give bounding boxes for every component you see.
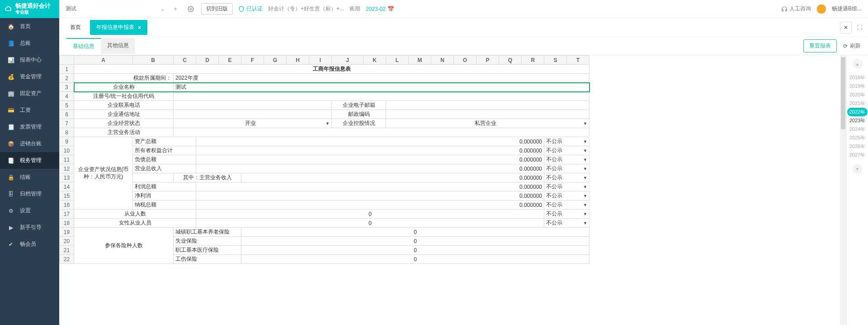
col-head[interactable]: I <box>309 56 332 65</box>
period-label: 账期 <box>349 5 360 13</box>
close-icon[interactable]: × <box>138 24 141 31</box>
user-name[interactable]: 畅捷通B组... <box>832 5 862 13</box>
tab-annual-report[interactable]: 年报信息申报表 × <box>90 20 147 35</box>
period-range-label: 税款所属期间： <box>74 74 174 83</box>
brand-edition: 专业版 <box>15 9 51 15</box>
vip-icon: ✔ <box>7 241 14 248</box>
topbar: 测试 ⌄ ＋ 切到旧版 已认证 好会计（专）+好生意（标）+... 账期 202… <box>59 0 868 18</box>
sidebar-item-archive[interactable]: 🗄归档管理 <box>0 186 59 202</box>
year-item[interactable]: 2018年 <box>847 73 868 82</box>
sidebar-item-tax[interactable]: 📑税务管理 <box>0 152 59 169</box>
col-head[interactable]: O <box>454 56 476 65</box>
col-head[interactable]: T <box>567 56 590 65</box>
insurance-group-label: 参保各险种人数 <box>74 228 174 264</box>
col-head[interactable]: R <box>522 56 544 65</box>
add-button[interactable]: ＋ <box>170 4 180 14</box>
row-number[interactable]: 1 <box>60 65 74 74</box>
shield-icon <box>238 6 245 12</box>
tab-home[interactable]: 首页 <box>64 20 87 35</box>
year-item[interactable]: 2026年 <box>847 142 868 151</box>
period-selector[interactable]: 2023-02 📅 <box>366 6 394 12</box>
sidebar-item-funds[interactable]: 💰资金管理 <box>0 68 59 85</box>
col-head[interactable]: G <box>264 56 287 65</box>
subtab-other[interactable]: 其他信息 <box>101 38 135 54</box>
col-head[interactable]: A <box>74 56 133 65</box>
col-head[interactable]: N <box>431 56 454 65</box>
sidebar-item-guide[interactable]: ▶新手引导 <box>0 219 59 236</box>
sidebar-item-label: 归档管理 <box>20 190 42 198</box>
col-head[interactable]: S <box>544 56 567 65</box>
sheet-title: 工商年报信息表 <box>74 65 590 74</box>
col-head[interactable]: J <box>332 56 363 65</box>
sidebar-item-chart[interactable]: 📊报表中心 <box>0 52 59 68</box>
year-item[interactable]: 2020年 <box>847 91 868 99</box>
sidebar-item-label: 设置 <box>20 207 31 215</box>
avatar[interactable] <box>816 4 826 14</box>
company-name-cell[interactable]: 测试 <box>174 83 590 92</box>
col-head[interactable]: E <box>219 56 241 65</box>
product-label: 好会计（专）+好生意（标）+... <box>268 5 344 13</box>
year-item[interactable]: 2025年 <box>847 134 868 142</box>
year-item[interactable]: 2019年 <box>847 82 868 91</box>
period-range-value: 2022年度 <box>174 74 590 83</box>
year-item[interactable]: 2024年 <box>847 125 868 134</box>
svg-point-0 <box>190 8 192 10</box>
sidebar: 畅捷通好会计 专业版 🏠首页📘总账📊报表中心💰资金管理🏢固定资产💳工资🧾发票管理… <box>0 0 59 325</box>
sidebar-item-asset[interactable]: 🏢固定资产 <box>0 85 59 102</box>
settings-icon[interactable] <box>186 4 196 14</box>
year-rail: ▲ 2018年2019年2020年2021年2022年2023年2024年202… <box>846 55 868 325</box>
year-item[interactable]: 2023年 <box>847 116 868 125</box>
sidebar-item-label: 税务管理 <box>20 157 42 164</box>
help-link[interactable]: 人工咨询 <box>781 5 811 13</box>
dropdown-icon: ▼ <box>583 121 587 126</box>
switch-old-button[interactable]: 切到旧版 <box>201 3 233 14</box>
sidebar-item-salary[interactable]: 💳工资 <box>0 102 59 119</box>
col-head[interactable]: L <box>386 56 409 65</box>
sidebar-item-stock[interactable]: 📦进销台账 <box>0 135 59 152</box>
sidebar-item-label: 发票管理 <box>20 123 42 131</box>
col-head[interactable]: K <box>363 56 386 65</box>
subtab-basic[interactable]: 基础信息 <box>66 38 101 54</box>
company-name: 测试 <box>66 5 76 13</box>
sidebar-item-vip[interactable]: ✔畅会员 <box>0 236 59 253</box>
chevron-down-icon[interactable]: ▼ <box>853 164 863 174</box>
scrollbar-thumb[interactable] <box>841 57 845 129</box>
year-item[interactable]: 2027年 <box>847 151 868 159</box>
refresh-button[interactable]: ⟳ 刷新 <box>843 42 861 50</box>
brand-logo: 畅捷通好会计 专业版 <box>0 0 59 18</box>
sidebar-item-close[interactable]: 🔒结账 <box>0 169 59 186</box>
sheet-corner[interactable] <box>60 56 74 65</box>
col-head[interactable]: C <box>174 56 196 65</box>
salary-icon: 💳 <box>7 107 14 114</box>
col-head[interactable]: F <box>241 56 264 65</box>
year-item[interactable]: 2021年 <box>847 99 868 108</box>
col-head[interactable]: B <box>133 56 174 65</box>
sidebar-item-invoice[interactable]: 🧾发票管理 <box>0 119 59 135</box>
year-item[interactable]: 2022年 <box>847 108 868 116</box>
tab-bar: 首页 年报信息申报表 × ✕ ⛶ <box>59 18 868 37</box>
sidebar-item-settings[interactable]: ⚙设置 <box>0 202 59 219</box>
col-head[interactable]: D <box>196 56 219 65</box>
funds-icon: 💰 <box>7 74 14 80</box>
col-head[interactable]: H <box>287 56 309 65</box>
company-name-label: 企业名称 <box>74 83 174 92</box>
sidebar-item-label: 报表中心 <box>20 56 42 64</box>
company-selector[interactable]: 测试 ⌄ <box>66 5 165 13</box>
asset-icon: 🏢 <box>7 91 14 97</box>
subtab-bar: 基础信息 其他信息 重置报表 ⟳ 刷新 <box>59 37 868 55</box>
sidebar-item-ledger[interactable]: 📘总账 <box>0 35 59 52</box>
col-head[interactable]: P <box>476 56 499 65</box>
spreadsheet[interactable]: ABCDEFGHIJKLMNOPQRST 1 工商年报信息表 2 税款所属期间：… <box>59 55 846 325</box>
col-head[interactable]: Q <box>499 56 522 65</box>
sidebar-item-label: 固定资产 <box>20 90 42 97</box>
expand-icon[interactable]: ⛶ <box>855 24 863 31</box>
vertical-scrollbar[interactable] <box>840 55 846 325</box>
reset-report-button[interactable]: 重置报表 <box>803 39 837 53</box>
sidebar-item-home[interactable]: 🏠首页 <box>0 18 59 35</box>
sidebar-item-label: 资金管理 <box>20 73 42 81</box>
col-head[interactable]: M <box>409 56 431 65</box>
sidebar-item-label: 结账 <box>20 173 31 181</box>
close-all-button[interactable]: ✕ <box>840 22 852 33</box>
refresh-icon: ⟳ <box>843 43 848 49</box>
chevron-up-icon[interactable]: ▲ <box>853 59 863 69</box>
